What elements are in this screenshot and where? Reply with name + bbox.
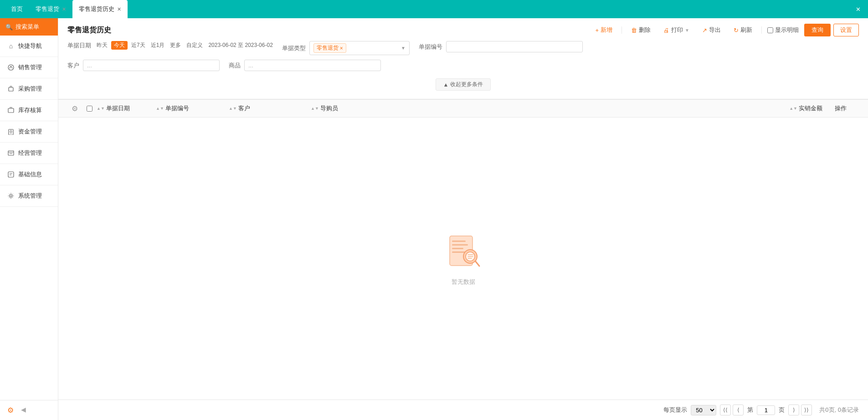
refresh-icon: ↻ (734, 27, 739, 34)
new-button[interactable]: + 新增 (592, 24, 616, 36)
query-button[interactable]: 查询 (804, 24, 831, 36)
tab-retail-return[interactable]: 零售退货 ✕ (29, 0, 72, 18)
show-detail-check[interactable] (767, 27, 773, 33)
print-chevron-icon: ▼ (685, 28, 689, 33)
svg-point-7 (10, 195, 12, 197)
tab-retail-return-history-close[interactable]: ✕ (117, 6, 121, 12)
print-button[interactable]: 🖨 打印 ▼ (660, 24, 693, 36)
th-customer-sort[interactable]: ▲▼ (229, 107, 237, 111)
sidebar-item-sales-mgmt[interactable]: 销售管理 (0, 57, 58, 78)
sidebar-search[interactable]: 🔍 搜索菜单 (0, 18, 58, 36)
sidebar-search-label: 搜索菜单 (15, 23, 39, 31)
th-date-label: 单据日期 (106, 104, 130, 113)
sidebar-item-system-mgmt[interactable]: 系统管理 (0, 185, 58, 207)
number-label: 单据编号 (419, 43, 442, 51)
sidebar-item-basic-info[interactable]: 基础信息 (0, 164, 58, 185)
th-guide-sort[interactable]: ▲▼ (311, 107, 319, 111)
tab-home[interactable]: 首页 (5, 0, 29, 18)
svg-rect-2 (8, 108, 14, 113)
type-tag-label: 零售退货 (317, 44, 339, 52)
goods-label: 商品 (229, 61, 241, 70)
svg-rect-6 (8, 172, 14, 177)
per-page-select[interactable]: 50 10 20 100 (691, 405, 716, 415)
type-tag-close[interactable]: × (340, 45, 343, 51)
empty-state: 暂无数据 (58, 118, 868, 400)
date-opt-custom[interactable]: 自定义 (185, 41, 205, 50)
filter-row-1: 单据日期 昨天 今天 近7天 近1月 更多 自定义 2023-06-02 至 2… (67, 41, 859, 55)
sidebar-menu: ⌂ 快捷导航 销售管理 采购管理 库存核算 (0, 36, 58, 400)
th-date-sort[interactable]: ▲▼ (97, 107, 105, 111)
show-detail-label: 显示明细 (775, 26, 799, 34)
page-input[interactable] (757, 405, 775, 415)
refresh-button-label: 刷新 (740, 26, 752, 34)
collapse-btn[interactable]: ▲ 收起更多条件 (436, 78, 491, 91)
sidebar-item-finance[interactable]: 资金管理 (0, 121, 58, 143)
date-options: 昨天 今天 近7天 近1月 更多 自定义 2023-06-02 至 2023-0… (95, 41, 273, 50)
page-last-btn[interactable]: ⟩⟩ (801, 405, 812, 415)
finance-icon (7, 128, 15, 135)
new-button-label: 新增 (601, 26, 612, 34)
customer-filter: 客户 ... (67, 60, 220, 71)
svg-rect-12 (452, 251, 466, 253)
type-label: 单据类型 (282, 44, 306, 52)
th-guide-label: 导购员 (320, 104, 338, 113)
sidebar-item-operations[interactable]: 经营管理 (0, 143, 58, 164)
page-first-btn[interactable]: ⟨⟨ (720, 405, 731, 415)
settings-button[interactable]: 设置 (833, 24, 859, 36)
date-opt-today[interactable]: 今天 (111, 41, 128, 50)
sidebar-item-inventory[interactable]: 库存核算 (0, 100, 58, 121)
th-number: ▲▼ 单据编号 (156, 104, 229, 113)
window-close-btn[interactable]: ✕ (856, 6, 868, 13)
th-number-sort[interactable]: ▲▼ (156, 107, 164, 111)
tab-retail-return-close[interactable]: ✕ (62, 6, 66, 12)
date-opt-7days[interactable]: 近7天 (129, 41, 147, 50)
tab-retail-return-label: 零售退货 (36, 5, 59, 13)
divider1 (621, 26, 622, 34)
type-select[interactable]: 零售退货 × ▼ (309, 41, 410, 55)
th-amount-label: 实销金额 (799, 104, 822, 113)
show-detail-checkbox[interactable]: 显示明细 (767, 26, 799, 34)
date-opt-1month[interactable]: 近1月 (149, 41, 167, 50)
date-opt-yesterday[interactable]: 昨天 (95, 41, 109, 50)
number-input[interactable] (446, 41, 583, 52)
divider2 (761, 26, 762, 34)
sidebar-item-basic-info-label: 基础信息 (18, 170, 42, 179)
sidebar-item-quick-nav[interactable]: ⌂ 快捷导航 (0, 36, 58, 57)
type-tag[interactable]: 零售退货 × (313, 43, 346, 53)
goods-input[interactable]: ... (244, 60, 381, 71)
th-date: ▲▼ 单据日期 (97, 104, 156, 113)
date-range: 2023-06-02 至 2023-06-02 (208, 41, 272, 49)
select-all-check[interactable] (87, 106, 92, 112)
th-amount: ▲▼ 实销金额 (379, 104, 822, 113)
th-action-label: 操作 (835, 104, 847, 113)
date-filter: 单据日期 昨天 今天 近7天 近1月 更多 自定义 2023-06-02 至 2… (67, 41, 273, 50)
svg-line-15 (475, 261, 479, 266)
tab-retail-return-history[interactable]: 零售退货历史 ✕ (72, 0, 128, 18)
inventory-icon (7, 107, 15, 114)
table-select-all-checkbox[interactable] (82, 106, 97, 112)
table-settings-icon[interactable]: ⚙ (67, 104, 82, 113)
refresh-button[interactable]: ↻ 刷新 (730, 24, 756, 36)
sidebar-item-purchase-mgmt[interactable]: 采购管理 (0, 78, 58, 100)
svg-rect-1 (9, 87, 13, 91)
table-container: ⚙ ▲▼ 单据日期 ▲▼ 单据编号 ▲▼ 客户 ▲▼ 导 (58, 99, 868, 400)
date-opt-more[interactable]: 更多 (168, 41, 183, 50)
page-prev-btn[interactable]: ⟨ (733, 405, 744, 415)
tab-list: 首页 零售退货 ✕ 零售退货历史 ✕ (5, 0, 856, 18)
th-amount-sort[interactable]: ▲▼ (789, 107, 797, 111)
goods-filter: 商品 ... (229, 60, 381, 71)
customer-input[interactable]: ... (83, 60, 220, 71)
sidebar-bottom: ⚙ ◀ (0, 400, 58, 420)
delete-button-label: 删除 (639, 26, 651, 34)
collapse-sidebar-icon[interactable]: ◀ (21, 406, 26, 415)
type-filter: 单据类型 零售退货 × ▼ (282, 41, 410, 55)
empty-illustration (443, 231, 484, 272)
settings-icon[interactable]: ⚙ (7, 406, 14, 415)
th-guide: ▲▼ 导购员 (311, 104, 379, 113)
number-filter: 单据编号 (419, 41, 583, 52)
page-header: 零售退货历史 + 新增 🗑 删除 🖨 打印 ▼ (58, 18, 868, 99)
export-button[interactable]: ↗ 导出 (699, 24, 724, 36)
delete-button[interactable]: 🗑 删除 (627, 24, 654, 36)
sidebar-item-finance-label: 资金管理 (18, 128, 42, 136)
page-next-btn[interactable]: ⟩ (788, 405, 799, 415)
